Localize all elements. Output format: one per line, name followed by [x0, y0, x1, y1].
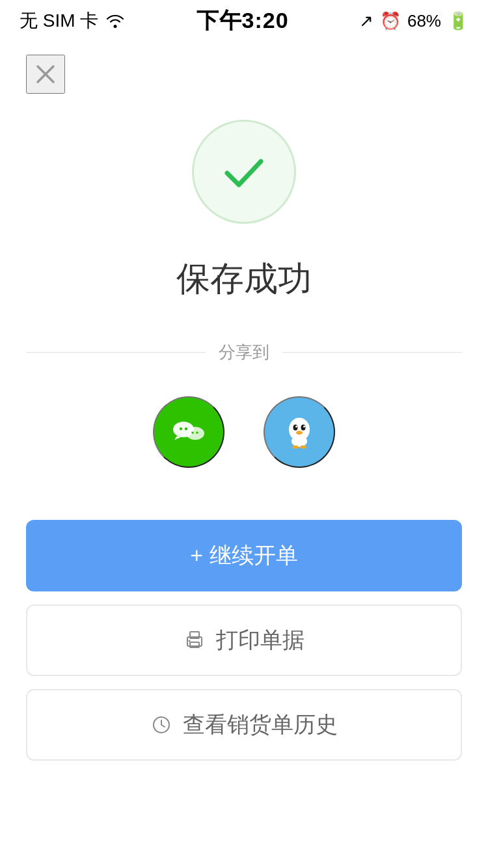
qq-share-button[interactable]: [264, 396, 335, 468]
history-icon: [150, 714, 172, 736]
wifi-icon: [105, 14, 126, 28]
print-button[interactable]: 打印单据: [26, 604, 462, 676]
success-icon-wrapper: [192, 120, 296, 224]
sim-text: 无 SIM 卡: [20, 8, 98, 33]
success-title: 保存成功: [176, 256, 312, 302]
svg-point-3: [186, 427, 204, 440]
battery-icon: 🔋: [448, 11, 468, 31]
svg-point-9: [293, 425, 298, 431]
continue-button-label: + 继续开单: [190, 541, 297, 571]
divider-left: [26, 352, 206, 353]
wechat-icon: [168, 411, 210, 453]
status-right: ↗ ⏰ 68% 🔋: [359, 11, 468, 31]
action-buttons: + 继续开单 打印单据 查看销货单历史: [26, 520, 462, 761]
history-button-label: 查看销货单历史: [183, 710, 338, 740]
svg-point-12: [303, 426, 305, 427]
location-icon: ↗: [359, 11, 373, 31]
svg-point-16: [300, 446, 306, 449]
share-divider-row: 分享到: [26, 341, 462, 364]
svg-point-20: [189, 640, 191, 642]
print-icon: [183, 629, 206, 651]
qq-icon: [278, 411, 320, 453]
main-container: 保存成功 分享到: [0, 42, 488, 761]
divider-right: [282, 352, 462, 353]
continue-button[interactable]: + 继续开单: [26, 520, 462, 591]
svg-point-7: [196, 431, 198, 434]
history-button[interactable]: 查看销货单历史: [26, 689, 462, 761]
share-label: 分享到: [219, 341, 269, 364]
svg-point-10: [301, 425, 306, 431]
svg-point-6: [191, 431, 194, 434]
status-time: 下午3:20: [197, 6, 289, 36]
svg-point-15: [292, 446, 299, 449]
success-checkmark-icon: [218, 146, 270, 198]
print-button-label: 打印单据: [216, 625, 305, 655]
svg-point-4: [180, 427, 182, 430]
status-bar: 无 SIM 卡 下午3:20 ↗ ⏰ 68% 🔋: [0, 0, 488, 42]
svg-point-13: [296, 431, 303, 435]
status-left: 无 SIM 卡: [20, 8, 126, 33]
share-icons-row: [153, 396, 335, 468]
battery-text: 68%: [407, 11, 441, 31]
wechat-share-button[interactable]: [153, 396, 224, 468]
close-button[interactable]: [26, 55, 65, 94]
alarm-icon: ⏰: [380, 11, 401, 31]
svg-point-5: [185, 427, 187, 430]
svg-point-11: [295, 426, 297, 427]
svg-point-14: [291, 435, 307, 447]
